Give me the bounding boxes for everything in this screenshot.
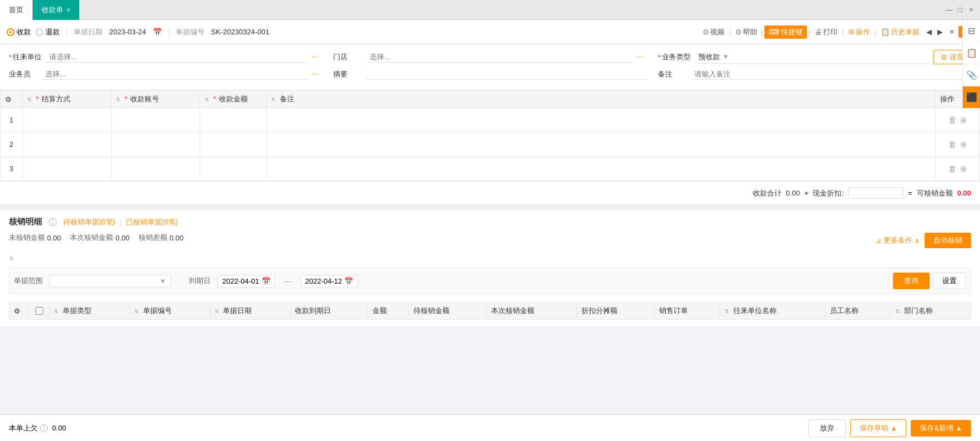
col-checkbox (29, 302, 49, 320)
done-tab[interactable]: 已核销单据(0笔) (126, 217, 178, 227)
query-button[interactable]: 查询 (893, 273, 930, 289)
delete-icon-3[interactable]: 🗑 (948, 164, 957, 173)
col-gear-bottom[interactable]: ⚙ (9, 302, 29, 320)
delete-icon-1[interactable]: 🗑 (948, 115, 957, 125)
range-select[interactable]: ▼ (49, 275, 171, 288)
save-new-button[interactable]: 保存&新增 ▲ (911, 420, 971, 437)
store-input[interactable] (366, 52, 632, 63)
row-amount-3[interactable] (200, 157, 267, 181)
minimize-button[interactable]: — (945, 6, 953, 14)
sort-counterpart[interactable]: ⇅ (724, 308, 729, 314)
nav-prev-btn[interactable]: ◀ (924, 27, 934, 37)
discount-col-label: 折扣分摊额 (581, 306, 617, 315)
history-btn[interactable]: 📋 历史单据 (877, 26, 923, 38)
copy-icon-3[interactable]: ⊕ (960, 164, 967, 174)
row-settle-3[interactable] (23, 157, 111, 181)
sort-doc-type[interactable]: ⇅ (54, 308, 58, 314)
row-settle-1[interactable] (23, 108, 111, 132)
diff-value: 0.00 (170, 234, 183, 242)
form-row-1: * 往来单位 ··· 门店 ··· * 业务类型 预收款 ▼ ⚙ 设置 (9, 50, 971, 64)
sort-doc-no[interactable]: ⇅ (134, 308, 139, 314)
filter-settings-button[interactable]: 设置 (933, 273, 966, 289)
verify-info-icon[interactable]: i (49, 218, 57, 226)
collapse-arrow[interactable]: ∨ (9, 254, 14, 262)
sort-doc-date[interactable]: ⇅ (215, 308, 219, 314)
date-picker-icon[interactable]: 📅 (153, 28, 162, 36)
col-settings[interactable]: ⚙ (1, 91, 23, 108)
nav-next-btn[interactable]: ▶ (935, 27, 945, 37)
business-type-required: * (658, 53, 661, 61)
delete-icon-2[interactable]: 🗑 (948, 140, 957, 149)
counterpart-input[interactable] (46, 52, 308, 63)
staff-more-icon[interactable]: ··· (308, 69, 322, 79)
receipt-refund-group: 收款 退款 (7, 27, 60, 37)
list-view-btn[interactable]: ≡ (946, 27, 957, 37)
action-icons-1: 🗑 ⊕ (940, 115, 975, 125)
col-doc-no: ⇅ 单据编号 (129, 302, 210, 320)
row-account-2[interactable] (111, 132, 200, 157)
window-close-button[interactable]: × (967, 6, 976, 14)
row-remark-2[interactable] (267, 132, 936, 157)
save-draft-button[interactable]: 保存草稿 ▲ (850, 419, 907, 437)
print-icon: 🖨 (815, 28, 822, 36)
remark-field: 备注 (658, 69, 971, 80)
shortcut-btn[interactable]: ⌨ 快捷键 (764, 25, 807, 39)
row-amount-1[interactable] (200, 108, 267, 132)
due-date-label: 到期日 (189, 276, 211, 286)
print-btn[interactable]: 🖨 打印 (811, 26, 841, 38)
row-remark-3[interactable] (267, 157, 936, 181)
calendar-icon-to[interactable]: 📅 (344, 277, 353, 285)
verify-tabs: 待核销单据(0笔) | 已核销单据(0笔) (63, 217, 178, 227)
col-remark-header: ⇅ 备注 (267, 91, 936, 108)
row-amount-2[interactable] (200, 132, 267, 157)
last-order-info-icon[interactable]: i (40, 424, 48, 432)
abandon-button[interactable]: 放弃 (808, 419, 846, 437)
current-verify-value: 0.00 (115, 234, 129, 242)
sidebar-icon-3[interactable]: 📎 (963, 64, 981, 86)
auto-verify-button[interactable]: 自动核销 (925, 233, 971, 248)
from-date-input[interactable]: 2022-04-01 📅 (217, 275, 275, 288)
sidebar-icon-2-glyph: 📋 (966, 48, 977, 58)
discount-input[interactable] (848, 187, 904, 199)
sort-dept[interactable]: ⇅ (895, 308, 900, 314)
help-btn[interactable]: ⊙ 帮助 (732, 26, 760, 38)
sort-remark[interactable]: ⇅ (271, 96, 275, 102)
copy-icon-1[interactable]: ⊕ (960, 115, 967, 125)
sidebar-icon-4[interactable]: ⬛ (963, 86, 981, 109)
store-more-icon[interactable]: ··· (632, 52, 646, 62)
business-type-select[interactable]: 预收款 ▼ (695, 51, 929, 64)
row-remark-1[interactable] (267, 108, 936, 132)
to-date-input[interactable]: 2022-04-12 📅 (300, 275, 359, 288)
sidebar-icon-1[interactable]: ⊟ (963, 20, 981, 42)
receipt-radio[interactable]: 收款 (7, 27, 31, 37)
receipt-label: 收款 (17, 27, 31, 37)
row-account-1[interactable] (111, 108, 200, 132)
shortcut-label: 快捷键 (781, 27, 803, 37)
row-account-3[interactable] (111, 157, 200, 181)
summary-input[interactable] (366, 69, 646, 80)
header-checkbox[interactable] (35, 307, 43, 315)
sort-account[interactable]: ⇅ (116, 96, 120, 102)
sort-amount[interactable]: ⇅ (205, 96, 209, 102)
operation-btn[interactable]: ⚙ 操作 (845, 26, 874, 38)
sort-settle[interactable]: ⇅ (27, 96, 32, 102)
remark-header-label: 备注 (280, 95, 294, 103)
calendar-icon-from[interactable]: 📅 (262, 277, 270, 285)
pending-tab[interactable]: 待核销单据(0笔) (63, 217, 115, 227)
bottom-gear-icon[interactable]: ⚙ (14, 307, 21, 315)
row-settle-2[interactable] (23, 132, 111, 157)
staff-input[interactable] (42, 69, 308, 80)
sidebar-icon-2[interactable]: 📋 (963, 42, 981, 64)
video-btn[interactable]: ⊙ 视频 (700, 26, 728, 38)
remark-input[interactable] (691, 69, 971, 80)
col-discount: 折扣分摊额 (576, 302, 654, 320)
refund-radio[interactable]: 退款 (35, 27, 60, 37)
more-conditions-btn[interactable]: ⊿ 更多条件 ∧ (875, 235, 920, 245)
copy-icon-2[interactable]: ⊕ (960, 140, 967, 150)
counterpart-more-icon[interactable]: ··· (308, 52, 322, 62)
maximize-button[interactable]: □ (956, 6, 964, 14)
tab-home[interactable]: 首页 (0, 0, 33, 20)
tab-receipt[interactable]: 收款单 × (33, 0, 79, 20)
tab-close-icon[interactable]: × (67, 6, 70, 14)
table-gear-icon[interactable]: ⚙ (5, 95, 12, 104)
